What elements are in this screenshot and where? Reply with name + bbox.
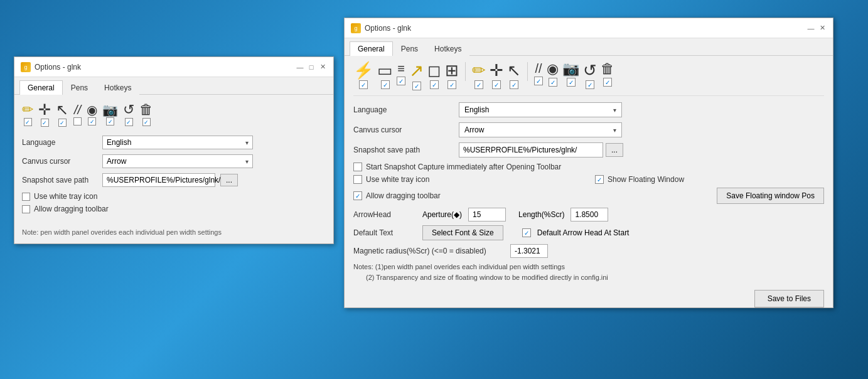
lw-default-text-row: Default Text Select Font & Size ✓ Defaul… <box>353 225 824 240</box>
lw-path-row: %USERPROFILE%/Pictures/glnk/ ... <box>459 142 623 157</box>
lw-icon-wrap-arrow: ↗ ✓ <box>409 62 424 90</box>
lw-save-files-button[interactable]: Save to Files <box>754 290 824 307</box>
lw-check-trash[interactable]: ✓ <box>603 78 612 87</box>
lw-language-select[interactable]: English ▾ <box>459 102 622 117</box>
small-cursor-chevron-icon: ▾ <box>245 158 249 165</box>
small-window-controls: — □ ✕ <box>296 63 327 72</box>
lw-allow-dragging-row: ✓ Allow dragging toolbar <box>353 188 582 204</box>
large-tab-pens[interactable]: Pens <box>393 41 426 56</box>
lw-check-eraser[interactable]: ✓ <box>474 80 483 89</box>
lw-arrowhead-label: ArrowHead <box>353 210 416 219</box>
small-maximize-button[interactable]: □ <box>307 63 316 72</box>
small-snapshot-input[interactable]: %USERPROFILE%/Pictures/glnk/ <box>102 173 215 187</box>
lw-cursor-select[interactable]: Arrow ▾ <box>459 122 622 137</box>
small-check-move[interactable]: ✓ <box>41 119 49 127</box>
small-tab-pens[interactable]: Pens <box>63 80 96 95</box>
small-toolbar-icons: ✏ ✓ ✛ ✓ ↖ ✓ // ◉ ✓ 📷 ✓ <box>22 102 326 127</box>
lw-icon-wrap-grid: ⊞ ✓ <box>445 62 459 89</box>
small-check-undo[interactable]: ✓ <box>125 118 133 126</box>
large-toolbar: ⚡ ✓ ▭ ✓ ≡ ✓ ↗ ✓ ◻ ✓ ⊞ ✓ <box>353 62 824 96</box>
lw-checkboxes: Start Snapshot Capture immediately after… <box>353 163 824 204</box>
small-minimize-button[interactable]: — <box>296 63 304 72</box>
lw-arrow-icon: ↗ <box>409 62 424 80</box>
large-tab-hotkeys[interactable]: Hotkeys <box>426 41 469 56</box>
lw-check-cursor[interactable]: ✓ <box>510 80 518 89</box>
lw-default-arrow-checkbox[interactable]: ✓ <box>522 228 531 237</box>
lw-notes: Notes: (1)pen width panel overides each … <box>353 262 824 282</box>
lw-aperture-input[interactable]: 15 <box>468 208 506 222</box>
small-tabs: General Pens Hotkeys <box>14 77 333 95</box>
small-browse-button[interactable]: ... <box>220 174 238 186</box>
small-check-lines[interactable] <box>73 117 82 125</box>
small-dragging-checkbox[interactable] <box>22 205 30 213</box>
lw-check-eye[interactable]: ✓ <box>549 78 557 87</box>
small-check-camera[interactable]: ✓ <box>106 117 114 125</box>
lw-icon-wrap-rect: ▭ ✓ <box>377 62 393 89</box>
lw-icon-wrap-eye: ◉ ✓ <box>547 62 559 87</box>
lw-check-undo[interactable]: ✓ <box>586 80 594 89</box>
small-window-title: Options - glnk <box>35 63 81 72</box>
lw-language-value: English <box>464 105 489 114</box>
small-check-eye[interactable]: ✓ <box>88 117 96 125</box>
lw-cursor-icon: ↖ <box>507 62 521 78</box>
lw-check-grid[interactable]: ✓ <box>447 80 456 89</box>
lw-cursor-value: Arrow <box>464 125 484 134</box>
small-icon-wrap-move: ✛ ✓ <box>38 102 51 127</box>
small-icon-wrap-eraser: ✏ ✓ <box>22 103 33 126</box>
small-cursor-row: Canvus cursor Arrow ▾ <box>22 154 326 168</box>
lw-check-sq[interactable]: ✓ <box>430 80 439 89</box>
lw-default-text-label: Default Text <box>353 228 416 237</box>
small-lines-icon: // <box>74 104 81 116</box>
lw-snapshot-capture-checkbox[interactable] <box>353 163 362 171</box>
large-close-button[interactable]: ✕ <box>818 24 827 33</box>
lw-language-label: Language <box>353 105 454 114</box>
lw-icon-wrap-trash: 🗑 ✓ <box>601 62 614 87</box>
lw-magnetic-row: Magnetic radius(%Scr) (<=0 = disabled) -… <box>353 244 824 258</box>
lw-length-input[interactable]: 1.8500 <box>571 208 608 222</box>
small-checkbox-tray: Use white tray icon <box>22 192 326 201</box>
lw-show-floating-checkbox[interactable]: ✓ <box>595 175 604 184</box>
small-check-cursor[interactable]: ✓ <box>58 119 67 127</box>
small-check-trash[interactable]: ✓ <box>142 118 151 126</box>
lw-cursor-row: Canvus cursor Arrow ▾ <box>353 122 824 137</box>
small-language-label: Language <box>22 138 97 147</box>
lw-check-camera[interactable]: ✓ <box>567 78 576 87</box>
lw-cursor-chevron-icon: ▾ <box>613 127 616 134</box>
large-minimize-button[interactable]: — <box>806 24 815 33</box>
lw-check-lines[interactable]: ✓ <box>397 77 405 85</box>
large-tab-general[interactable]: General <box>350 41 393 56</box>
small-check-eraser[interactable]: ✓ <box>24 118 32 126</box>
lw-snapshot-capture-label: Start Snapshot Capture immediately after… <box>366 163 561 171</box>
lw-icon-wrap-camera: 📷 ✓ <box>562 62 579 87</box>
lw-sq-icon: ◻ <box>427 62 441 78</box>
lw-white-tray-label: Use white tray icon <box>366 175 429 184</box>
lw-check-rect[interactable]: ✓ <box>381 80 390 89</box>
small-tray-checkbox[interactable] <box>22 193 30 201</box>
lw-snapshot-input[interactable]: %USERPROFILE%/Pictures/glnk/ <box>459 142 603 157</box>
small-cursor-select[interactable]: Arrow ▾ <box>102 154 253 168</box>
lw-check-pen1[interactable]: ✓ <box>359 80 368 89</box>
small-language-select[interactable]: English ▾ <box>102 136 253 149</box>
lw-select-font-button[interactable]: Select Font & Size <box>422 225 503 240</box>
lw-browse-button[interactable]: ... <box>606 143 623 157</box>
small-tab-general[interactable]: General <box>19 80 63 95</box>
lw-snapshot-label: Snapshot save path <box>353 146 454 154</box>
small-snapshot-label: Snapshot save path <box>22 176 97 184</box>
lw-check-arrow[interactable]: ✓ <box>412 82 421 90</box>
lw-save-floating-button[interactable]: Save Floating window Pos <box>717 188 824 204</box>
small-window: g Options - glnk — □ ✕ General Pens Hotk… <box>14 56 334 244</box>
lw-magnetic-input[interactable]: -1.3021 <box>510 244 548 258</box>
lw-undo-icon: ↺ <box>583 62 597 78</box>
lw-white-tray-checkbox[interactable] <box>353 175 362 184</box>
small-tab-hotkeys[interactable]: Hotkeys <box>96 80 139 95</box>
lw-check-slash[interactable]: ✓ <box>534 77 543 85</box>
small-close-button[interactable]: ✕ <box>318 63 327 72</box>
lw-note-1: Notes: (1)pen width panel overides each … <box>353 262 824 272</box>
lw-allow-dragging-label: Allow dragging toolbar <box>366 191 441 200</box>
lw-eraser-icon: ✏ <box>472 62 486 78</box>
lw-allow-dragging-checkbox[interactable]: ✓ <box>353 191 362 200</box>
large-window-controls: — ✕ <box>806 24 827 33</box>
lw-check-move[interactable]: ✓ <box>492 80 501 89</box>
small-checkbox-dragging: Allow dragging toolbar <box>22 205 326 213</box>
lw-show-floating-label: Show Floating Window <box>608 175 684 184</box>
